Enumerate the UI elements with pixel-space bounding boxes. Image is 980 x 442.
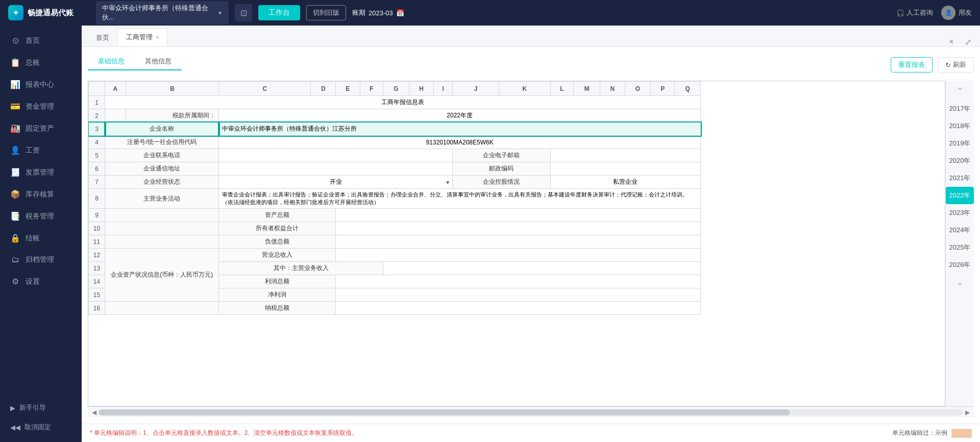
sidebar-label-close: 结账 — [26, 234, 40, 243]
sidebar-label-finance: 资金管理 — [26, 102, 54, 111]
reset-report-button[interactable]: 重置报表 — [891, 57, 933, 72]
sub-tab-other[interactable]: 其他信息 — [135, 53, 182, 70]
holding-cell[interactable]: 私营企业 — [550, 176, 701, 189]
col-h: H — [409, 82, 434, 96]
win-expand-button[interactable]: ⤢ — [962, 36, 974, 48]
company-selector-arrow: ▼ — [217, 10, 223, 16]
sidebar-unpin[interactable]: ◀◀ 取消固定 — [0, 418, 82, 437]
liabilities-cell[interactable] — [336, 235, 701, 249]
tab-home[interactable]: 首页 — [88, 29, 117, 46]
net-profit-cell[interactable] — [336, 288, 701, 302]
year-item-2020[interactable]: 2020年 — [946, 152, 974, 169]
logo-icon: ✦ — [8, 5, 23, 20]
label-cell: 注册号/统一社会信用代码 — [105, 136, 219, 149]
total-revenue-cell[interactable] — [336, 249, 701, 262]
col-b: B — [126, 82, 219, 96]
year-item-2019[interactable]: 2019年 — [946, 135, 974, 152]
tab-home-label: 首页 — [96, 33, 109, 42]
label-cell — [105, 302, 219, 315]
year-nav-up[interactable]: ⌃ — [953, 83, 967, 100]
year-item-2026[interactable]: 2026年 — [946, 256, 974, 274]
finance-icon: 💳 — [10, 102, 20, 111]
sidebar-label-inventory: 库存核算 — [26, 190, 54, 199]
label-cell: 利润总额 — [219, 275, 336, 288]
refresh-label: 刷新 — [953, 60, 966, 69]
row-num: 16 — [89, 302, 105, 315]
service-button[interactable]: 🎧 人工咨询 — [896, 8, 933, 17]
year-item-2023[interactable]: 2023年 — [946, 204, 974, 222]
sidebar-label-salary: 工资 — [26, 146, 40, 155]
year-item-2024[interactable]: 2024年 — [946, 222, 974, 239]
sidebar-item-home[interactable]: ⊙ 首页 — [0, 30, 82, 52]
label-cell: 企业电子邮箱 — [453, 149, 550, 162]
refresh-button[interactable]: ↻ 刷新 — [938, 57, 974, 72]
sidebar-item-report[interactable]: 📊 报表中心 — [0, 73, 82, 95]
value-cell[interactable]: 2022年度 — [219, 109, 701, 122]
spreadsheet[interactable]: A B C D E F G H I J K L — [88, 81, 945, 406]
company-copy-button[interactable]: ⊡ — [235, 4, 252, 21]
row-num: 12 — [89, 249, 105, 262]
tab-close-icon[interactable]: × — [156, 34, 159, 40]
sidebar: ⊙ 首页 📋 总账 📊 报表中心 💳 资金管理 🏭 固定资产 👤 工资 🧾 发票… — [0, 26, 82, 442]
salary-icon: 👤 — [10, 145, 20, 155]
year-nav-down[interactable]: ⌄ — [953, 274, 967, 291]
assets-cell[interactable] — [336, 209, 701, 222]
scroll-right-arrow[interactable]: ▶ — [963, 409, 972, 416]
row-num: 1 — [89, 96, 105, 109]
toolbar-row: 基础信息 其他信息 重置报表 ↻ 刷新 — [88, 53, 974, 77]
status-cell[interactable]: 开业 ▼ — [219, 176, 453, 189]
label-cell: 企业通信地址 — [105, 162, 219, 176]
sidebar-item-archive[interactable]: 🗂 归档管理 — [0, 249, 82, 271]
sidebar-item-fixed-assets[interactable]: 🏭 固定资产 — [0, 117, 82, 139]
year-item-2017[interactable]: 2017年 — [946, 100, 974, 117]
sidebar-item-finance[interactable]: 💳 资金管理 — [0, 95, 82, 117]
sidebar-new-guide[interactable]: ▶ 新手引导 — [0, 398, 82, 418]
user-area[interactable]: 👤 用友 — [941, 6, 972, 20]
profit-cell[interactable] — [336, 275, 701, 288]
switch-version-button[interactable]: 切到旧版 — [306, 5, 346, 20]
sub-tab-basic[interactable]: 基础信息 — [88, 53, 135, 70]
address-cell[interactable] — [219, 162, 453, 176]
row-num: 11 — [89, 235, 105, 249]
sidebar-item-settings[interactable]: ⚙ 设置 — [0, 271, 82, 292]
sidebar-label-ledger: 总账 — [26, 58, 40, 67]
year-item-2025[interactable]: 2025年 — [946, 239, 974, 256]
phone-cell[interactable] — [219, 149, 453, 162]
sidebar-item-close[interactable]: 🔒 结账 — [0, 227, 82, 249]
equity-cell[interactable] — [336, 222, 701, 235]
reg-code-cell[interactable]: 91320100MA208E5W6K — [219, 136, 701, 149]
year-item-2018[interactable]: 2018年 — [946, 117, 974, 135]
sidebar-item-invoice[interactable]: 🧾 发票管理 — [0, 161, 82, 183]
tax-total-cell[interactable] — [336, 302, 701, 315]
sidebar-item-salary[interactable]: 👤 工资 — [0, 139, 82, 161]
email-cell[interactable] — [550, 149, 701, 162]
year-item-2021[interactable]: 2021年 — [946, 169, 974, 187]
sheet-title-cell[interactable]: 工商年报信息表 — [105, 96, 701, 109]
label-cell: 企业控股情况 — [453, 176, 550, 189]
headset-icon: 🎧 — [896, 9, 904, 17]
workbench-button[interactable]: 工作台 — [258, 5, 300, 20]
win-close-button[interactable]: × — [945, 36, 958, 48]
footer-right: 单元格编辑过：示例 — [892, 429, 972, 438]
company-selector[interactable]: 中审众环会计师事务所（特殊普通合伙... ▼ — [96, 1, 229, 24]
postcode-cell[interactable] — [550, 162, 701, 176]
sidebar-item-ledger[interactable]: 📋 总账 — [0, 52, 82, 73]
company-name-cell[interactable]: 中审众环会计师事务所（特殊普通合伙）江苏分所 — [219, 122, 701, 136]
content-area: 首页 工商管理 × × ⤢ 基础信息 其他信息 — [82, 26, 980, 442]
sidebar-item-inventory[interactable]: 📦 库存核算 — [0, 183, 82, 205]
scroll-left-arrow[interactable]: ◀ — [90, 409, 99, 416]
horizontal-scrollbar[interactable] — [99, 409, 963, 415]
tab-active[interactable]: 工商管理 × — [117, 28, 167, 46]
row-num: 13 — [89, 262, 105, 275]
example-cell — [951, 429, 972, 438]
col-f: F — [360, 82, 383, 96]
col-n: N — [600, 82, 625, 96]
business-activity-cell[interactable]: 审查企业会计报表；出具审计报告；验证企业资本；出具验资报告；办理企业合并、分立、… — [219, 189, 701, 209]
label-cell — [105, 235, 219, 249]
sidebar-item-tax[interactable]: 📑 税务管理 — [0, 205, 82, 227]
unpin-icon: ◀◀ — [10, 424, 20, 431]
calendar-icon[interactable]: 📅 — [396, 9, 404, 17]
sidebar-label-invoice: 发票管理 — [26, 168, 54, 177]
main-revenue-cell[interactable] — [383, 262, 701, 275]
year-item-2022[interactable]: 2022年 — [946, 187, 974, 204]
